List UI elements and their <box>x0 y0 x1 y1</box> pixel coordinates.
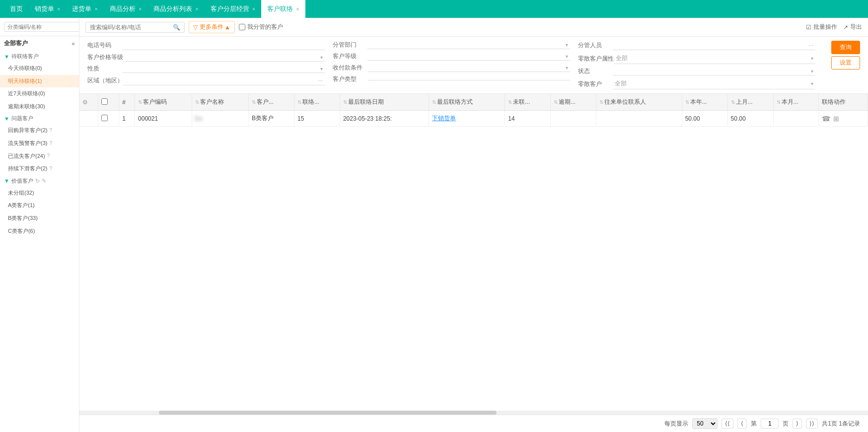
th-last-month[interactable]: ⇅上月... <box>727 94 773 111</box>
customer-level-select[interactable]: ▾ <box>367 53 570 61</box>
sidebar-pending-group[interactable]: ▼ 待联络客户 <box>0 51 79 62</box>
sidebar-item-class-a[interactable]: A类客户(1) <box>0 199 79 212</box>
dept-select[interactable]: ▾ <box>367 41 570 49</box>
th-checkbox[interactable] <box>98 94 119 111</box>
status-select[interactable]: ▾ <box>613 68 815 75</box>
last-method-link[interactable]: 下销货单 <box>432 115 456 122</box>
query-button[interactable]: 查询 <box>831 41 860 54</box>
th-unit-contact[interactable]: ⇅往来单位联系人 <box>596 94 682 111</box>
sidebar-item-today[interactable]: 今天待联络(0) <box>0 62 79 75</box>
gear-settings-icon[interactable]: ⚙ <box>82 99 88 106</box>
customer-name-blurred: Ea <box>195 115 203 122</box>
th-name[interactable]: ⇅客户名称 <box>192 94 248 111</box>
horizontal-scrollbar[interactable] <box>79 411 868 415</box>
nav-customer-segment[interactable]: 客户分层经营 × <box>205 0 261 18</box>
sidebar-search-input[interactable] <box>4 22 79 32</box>
sidebar-all-customers[interactable]: 全部客户 « <box>0 36 79 51</box>
prev-page-button[interactable]: ⟨ <box>737 419 747 429</box>
filter-row-status: 状态 ▾ <box>578 67 815 75</box>
search-input[interactable] <box>90 24 171 31</box>
sort-code-icon: ⇅ <box>138 99 142 105</box>
nav-purchase[interactable]: 进货单 × <box>66 0 103 18</box>
th-overdue[interactable]: ⇅逾期... <box>551 94 596 111</box>
th-type[interactable]: ⇅客户... <box>249 94 294 111</box>
my-customers-checkbox[interactable] <box>239 24 245 30</box>
chevron-down-dept-icon: ▾ <box>566 42 568 48</box>
nav-customer-contact[interactable]: 客户联络 × <box>261 0 305 18</box>
filter-customer-type: 客户类型 <box>333 75 570 83</box>
row-last-method[interactable]: 下销货单 <box>429 111 505 127</box>
bulk-op-button[interactable]: ☑ 批量操作 <box>806 23 837 31</box>
price-level-select[interactable]: ▾ <box>123 54 325 62</box>
th-uncontacted[interactable]: ⇅未联... <box>505 94 551 111</box>
sidebar-item-tomorrow[interactable]: 明天待联络(1) <box>0 75 79 88</box>
th-last-method[interactable]: ⇅最后联络方式 <box>429 94 505 111</box>
payment-select[interactable]: ▾ <box>367 64 570 72</box>
close-analysis-icon[interactable]: × <box>139 6 142 12</box>
sidebar-item-churn-warning[interactable]: 流失预警客户(3) ? <box>0 137 79 150</box>
phone-input[interactable] <box>122 41 325 50</box>
th-this-year[interactable]: ⇅本年... <box>682 94 727 111</box>
page-input[interactable] <box>761 419 779 429</box>
nature-select[interactable]: ▾ <box>122 65 325 73</box>
refresh-icon[interactable]: ↻ <box>35 178 40 184</box>
close-segment-icon[interactable]: × <box>252 6 255 12</box>
sort-unit-contact-icon: ⇅ <box>599 99 603 105</box>
close-purchase-icon[interactable]: × <box>94 6 97 12</box>
close-sales-icon[interactable]: × <box>57 6 60 12</box>
settings-button[interactable]: 设置 <box>831 56 860 70</box>
th-contact[interactable]: ⇅联络... <box>294 94 340 111</box>
sidebar-item-churned[interactable]: 已流失客户(24) ? <box>0 150 79 163</box>
sidebar-item-class-b[interactable]: B类客户(33) <box>0 212 79 225</box>
filter-customer-level: 客户等级 ▾ <box>333 52 570 61</box>
retail-customer-select[interactable]: 全部 ▾ <box>613 78 815 89</box>
search-icon[interactable]: 🔍 <box>173 24 180 31</box>
region-dots[interactable]: ··· <box>318 77 323 84</box>
sidebar-item-overdue[interactable]: 逾期未联络(30) <box>0 100 79 113</box>
select-all-checkbox[interactable] <box>101 98 108 105</box>
last-page-button[interactable]: ⟩⟩ <box>806 419 818 429</box>
filter-row-dept: 分管部门 ▾ <box>333 41 570 49</box>
collapse-icon[interactable]: « <box>72 40 75 47</box>
person-dots[interactable]: ··· <box>808 42 813 49</box>
scrollbar-thumb[interactable] <box>159 411 497 415</box>
first-page-button[interactable]: ⟨⟨ <box>722 419 733 429</box>
customer-type-select[interactable] <box>367 78 570 80</box>
th-last-date[interactable]: ⇅最后联络日期 <box>340 94 429 111</box>
next-page-button[interactable]: ⟩ <box>793 419 802 429</box>
sidebar-item-repurchase-abnormal[interactable]: 回购异常客户(2) ? <box>0 124 79 137</box>
nav-sales[interactable]: 销货单 × <box>29 0 66 18</box>
nav-analysis[interactable]: 商品分析 × <box>104 0 147 18</box>
sidebar-item-declining[interactable]: 持续下滑客户(2) ? <box>0 162 79 175</box>
nav-home[interactable]: 首页 <box>4 0 29 18</box>
page-unit: 页 <box>783 420 789 428</box>
sidebar-item-ungrouped[interactable]: 未分组(32) <box>0 187 79 200</box>
nav-analysis-list[interactable]: 商品分析列表 × <box>147 0 204 18</box>
sidebar-problem-group[interactable]: ▼ 问题客户 <box>0 113 79 124</box>
export-button[interactable]: ↗ 导出 <box>843 23 862 31</box>
phone-action-icon[interactable]: ☎ <box>822 115 830 123</box>
close-contact-icon[interactable]: × <box>296 6 299 12</box>
my-customers-checkbox-wrap[interactable]: 我分管的客户 <box>239 23 283 31</box>
sidebar-item-week[interactable]: 近7天待联络(0) <box>0 87 79 100</box>
row-type: B类客户 <box>249 111 294 127</box>
region-select[interactable]: ··· <box>123 76 325 85</box>
row-checkbox[interactable] <box>98 111 119 127</box>
grid-action-icon[interactable]: ⊞ <box>833 115 839 123</box>
retail-attr-select[interactable]: 全部 ▾ <box>614 53 815 64</box>
filter-row-1: 电话号码 <box>87 41 325 50</box>
row-select-checkbox[interactable] <box>101 115 108 121</box>
chevron-down-status-icon: ▾ <box>811 69 813 74</box>
filter-row-customer-type: 客户类型 <box>333 75 570 83</box>
more-filter-button[interactable]: ▽ 更多条件 ▲ <box>189 21 235 33</box>
close-analysis-list-icon[interactable]: × <box>195 6 198 12</box>
per-page-select[interactable]: 50 100 200 <box>692 418 718 429</box>
th-this-month[interactable]: ⇅本月... <box>773 94 819 111</box>
edit-icon[interactable]: ✎ <box>42 178 46 184</box>
sidebar-item-class-c[interactable]: C类客户(6) <box>0 225 79 238</box>
person-select[interactable]: ··· <box>613 41 815 50</box>
th-code[interactable]: ⇅客户编码 <box>135 94 192 111</box>
sidebar-value-group[interactable]: ▼ 价值客户 ↻ ✎ <box>0 175 79 187</box>
sidebar: 🔍 全部客户 « ▼ 待联络客户 今天待联络(0) 明天待联络(1) 近7天待联… <box>0 18 79 432</box>
th-gear[interactable]: ⚙ <box>79 94 98 111</box>
